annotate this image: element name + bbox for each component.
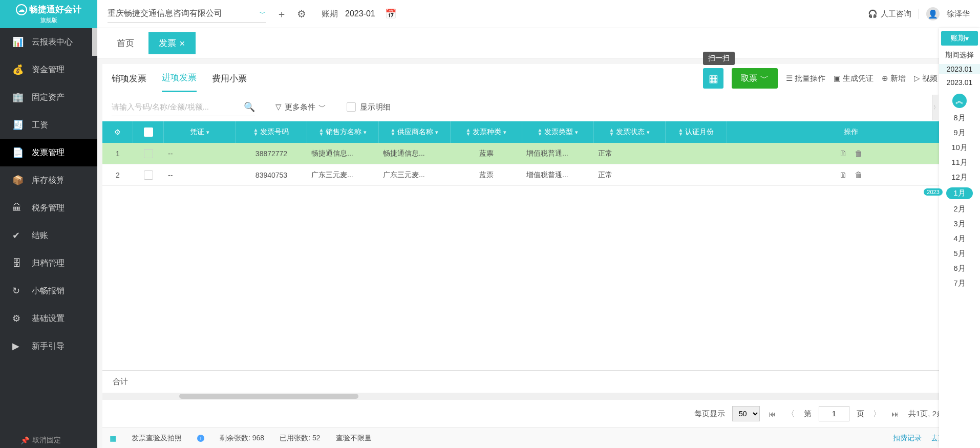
period-year-end[interactable]: 2023.01 <box>947 78 973 87</box>
sidebar-item-9[interactable]: ↻小畅报销 <box>0 277 97 305</box>
period-dropdown[interactable]: 账期 ▾ <box>941 31 978 46</box>
add-icon[interactable]: ＋ <box>276 7 287 21</box>
month-item[interactable]: 7月 <box>953 279 965 288</box>
add-new[interactable]: ⊕新增 <box>882 74 906 83</box>
month-item[interactable]: 5月 <box>953 249 965 259</box>
th-select-all[interactable] <box>133 121 164 143</box>
th-status[interactable]: ▲▼发票状态▾ <box>594 121 666 143</box>
th-kind[interactable]: ▲▼发票种类▾ <box>451 121 522 143</box>
company-selector[interactable]: 重庆畅捷交通信息咨询有限公司 ﹀ <box>108 5 266 23</box>
generate-voucher[interactable]: ▣生成凭证 <box>834 74 874 83</box>
month-item[interactable]: 6月 <box>953 264 965 273</box>
sidebar-item-4[interactable]: 📄发票管理 <box>0 139 97 166</box>
month-item[interactable]: 3月 <box>953 219 965 229</box>
page-input[interactable] <box>819 406 849 421</box>
last-page[interactable]: ⏭ <box>890 410 901 418</box>
prev-page[interactable]: 〈 <box>785 409 797 419</box>
sidebar-item-5[interactable]: 📦库存核算 <box>0 166 97 194</box>
month-item[interactable]: 8月 <box>953 113 965 123</box>
calendar-icon[interactable]: 📅 <box>385 8 396 19</box>
th-seller[interactable]: ▲▼销售方名称▾ <box>307 121 379 143</box>
table-row[interactable]: 2--83940753广东三元麦...广东三元麦...蓝票增值税普通...正常🗎… <box>102 164 975 186</box>
nav-icon: 🏢 <box>12 92 23 103</box>
th-type[interactable]: ▲▼发票类型▾ <box>522 121 594 143</box>
sidebar-item-7[interactable]: ✔结账 <box>0 222 97 249</box>
sidebar-item-1[interactable]: 💰资金管理 <box>0 56 97 83</box>
sort-icon: ▲▼ <box>391 128 396 136</box>
scan-qr-button[interactable]: ▦ <box>703 68 723 89</box>
period-year-start[interactable]: 2023.01 <box>939 64 980 74</box>
sidebar-item-8[interactable]: 🗄归档管理 <box>0 249 97 277</box>
scroll-up-icon[interactable]: ︽ <box>952 94 967 108</box>
fee-log-link[interactable]: 扣费记录 <box>893 434 922 443</box>
sidebar-item-3[interactable]: 🧾工资 <box>0 111 97 139</box>
nav-icon: 🏛 <box>12 203 23 214</box>
gear-icon[interactable]: ⚙ <box>297 8 306 20</box>
pin-icon: 📌 <box>20 436 29 444</box>
sidebar-item-6[interactable]: 🏛税务管理 <box>0 194 97 222</box>
invoice-sub-tabs: 销项发票 进项发票 费用小票 扫一扫 ▦ 取票 ﹀ ☰批量操作 ▣生成凭证 ⊕新… <box>102 64 975 93</box>
close-icon[interactable]: ✕ <box>179 39 185 48</box>
sub-tab-expense[interactable]: 费用小票 <box>212 66 247 92</box>
sub-tab-sales[interactable]: 销项发票 <box>112 66 146 92</box>
sort-icon: ▲▼ <box>678 128 684 136</box>
info-icon[interactable]: i <box>197 435 204 442</box>
month-item[interactable]: 9月 <box>953 128 965 138</box>
search-input[interactable] <box>112 102 235 111</box>
next-page[interactable]: 〉 <box>871 409 883 419</box>
fetch-invoice-button[interactable]: 取票 ﹀ <box>732 68 778 89</box>
th-settings[interactable]: ⚙ <box>102 121 133 143</box>
avatar[interactable]: 👤 <box>926 7 940 20</box>
show-detail-toggle[interactable]: 显示明细 <box>347 102 391 112</box>
chevron-down-icon: ﹀ <box>259 9 266 18</box>
tab-home[interactable]: 首页 <box>106 32 144 54</box>
support-link[interactable]: 🎧 人工咨询 <box>868 9 911 19</box>
delete-icon[interactable]: 🗑 <box>855 170 863 180</box>
headset-icon: 🎧 <box>868 9 878 18</box>
checkbox[interactable] <box>347 102 356 112</box>
nav-label: 资金管理 <box>32 65 65 75</box>
scrollbar-thumb[interactable] <box>179 394 358 399</box>
search-icon[interactable]: 🔍 <box>244 101 255 113</box>
row-checkbox[interactable] <box>144 149 153 158</box>
first-page[interactable]: ⏮ <box>767 410 778 418</box>
scrollbar[interactable] <box>92 28 97 56</box>
sub-tab-purchase[interactable]: 进项发票 <box>162 65 197 92</box>
view-icon[interactable]: 🗎 <box>839 149 847 158</box>
month-item[interactable]: 10月 <box>951 143 968 153</box>
unpin-sidebar[interactable]: 📌 取消固定 <box>20 436 61 445</box>
nav-label: 工资 <box>32 120 48 131</box>
nav-icon: 📄 <box>12 147 23 158</box>
sidebar-item-11[interactable]: ▶新手引导 <box>0 332 97 360</box>
th-voucher[interactable]: 凭证▾ <box>164 121 236 143</box>
row-checkbox[interactable] <box>144 170 153 180</box>
sidebar-item-2[interactable]: 🏢固定资产 <box>0 83 97 111</box>
chevron-down-icon: ▾ <box>965 34 969 42</box>
horizontal-scrollbar[interactable] <box>102 393 975 400</box>
sidebar-item-10[interactable]: ⚙基础设置 <box>0 305 97 332</box>
th-invoice-no[interactable]: ▲▼发票号码 <box>236 121 307 143</box>
view-icon[interactable]: 🗎 <box>839 170 847 180</box>
month-item[interactable]: 12月 <box>951 173 968 182</box>
more-conditions[interactable]: ▽ 更多条件 ﹀ <box>275 102 326 112</box>
batch-action[interactable]: ☰批量操作 <box>786 74 825 83</box>
sidebar-item-0[interactable]: 📊云报表中心 <box>0 28 97 56</box>
delete-icon[interactable]: 🗑 <box>855 149 863 158</box>
th-cert-month[interactable]: ▲▼认证月份 <box>666 121 727 143</box>
bottom-title: 发票查验及拍照 <box>132 434 182 443</box>
month-item[interactable]: 4月 <box>953 234 965 244</box>
nav-icon: 📦 <box>12 175 23 186</box>
chevron-down-icon: ﹀ <box>318 102 326 112</box>
nav-label: 基础设置 <box>32 313 65 324</box>
month-item[interactable]: 11月 <box>951 158 968 167</box>
nav-icon: ▶ <box>12 340 23 352</box>
sort-icon: ▲▼ <box>609 128 614 136</box>
th-supplier[interactable]: ▲▼供应商名称▾ <box>379 121 451 143</box>
tab-invoice[interactable]: 发票✕ <box>148 32 196 54</box>
page-size-select[interactable]: 50 <box>732 406 760 421</box>
month-item[interactable]: 2月 <box>953 204 965 214</box>
month-current[interactable]: 2023 1月 <box>946 187 972 199</box>
video-help[interactable]: ▷视频 <box>914 74 938 83</box>
table-row[interactable]: 1--38872772畅捷通信息...畅捷通信息...蓝票增值税普通...正常🗎… <box>102 143 975 164</box>
collapse-panel[interactable]: 〉 <box>932 95 939 120</box>
